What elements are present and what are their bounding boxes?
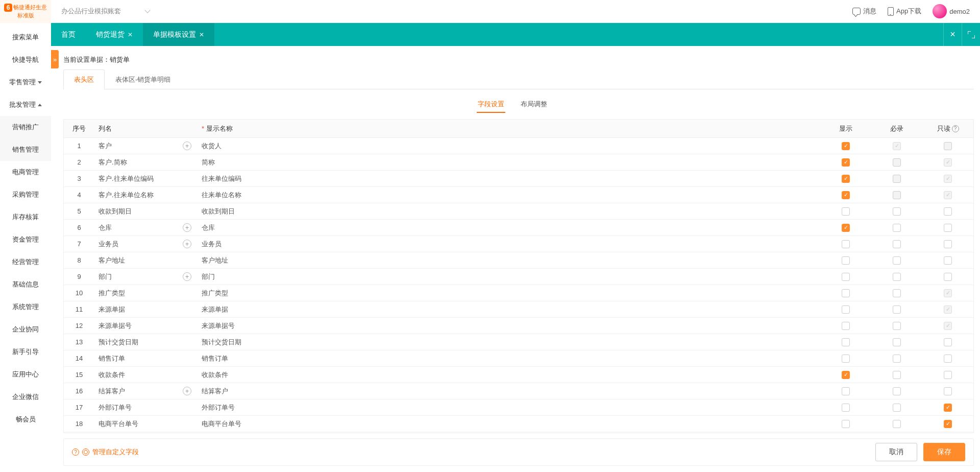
checkbox[interactable] [842,404,850,412]
checkbox[interactable] [893,305,901,314]
checkbox[interactable] [944,355,952,363]
sidebar-item[interactable]: 销售管理 [0,138,51,161]
checkbox[interactable]: ✓ [842,175,850,183]
checkbox[interactable] [944,207,952,216]
display-name-cell[interactable]: 客户地址 [197,256,820,265]
display-name-cell[interactable]: 收款条件 [197,370,820,380]
checkbox[interactable] [944,240,952,248]
sidebar-item[interactable]: 经营管理 [0,251,51,273]
checkbox[interactable] [944,224,952,232]
expand-button[interactable]: + [183,240,191,248]
checkbox[interactable] [842,305,850,314]
messages-button[interactable]: 消息 [852,7,876,16]
checkbox[interactable] [842,289,850,297]
checkbox[interactable] [842,420,850,428]
checkbox[interactable]: ✓ [944,404,952,412]
checkbox[interactable]: ✓ [842,191,850,199]
checkbox[interactable] [893,355,901,363]
checkbox[interactable] [893,322,901,330]
display-name-cell[interactable]: 仓库 [197,223,820,232]
checkbox[interactable] [944,338,952,346]
sidebar-item[interactable]: 新手引导 [0,341,51,363]
fullscreen-button[interactable] [962,23,980,46]
sidebar-item[interactable]: 营销推广 [0,116,51,138]
display-name-cell[interactable]: 销售订单 [197,354,820,363]
close-icon[interactable]: ✕ [128,31,133,38]
sidebar-item[interactable]: 企业协同 [0,318,51,341]
help-icon[interactable]: ? [952,125,959,132]
checkbox[interactable] [893,224,901,232]
checkbox[interactable] [893,273,901,281]
sidebar-item[interactable]: 批发管理 [0,93,51,116]
checkbox[interactable]: ✓ [842,142,850,150]
expand-button[interactable]: + [183,141,191,150]
sidebar-item[interactable]: 企业微信 [0,386,51,408]
sidebar-item[interactable]: 电商管理 [0,161,51,183]
sidebar-item[interactable]: 畅会员 [0,408,51,431]
expand-button[interactable]: + [183,387,191,395]
sub-tab[interactable]: 字段设置 [477,97,505,113]
checkbox[interactable] [893,256,901,265]
display-name-cell[interactable]: 电商平台单号 [197,419,820,429]
expand-handle[interactable]: » [51,50,59,68]
sidebar-item[interactable]: 应用中心 [0,363,51,386]
checkbox[interactable] [842,273,850,281]
checkbox[interactable] [893,338,901,346]
expand-button[interactable]: + [183,272,191,281]
display-name-cell[interactable]: 预计交货日期 [197,338,820,347]
tab[interactable]: 销货退货✕ [86,23,143,46]
checkbox[interactable]: ✓ [944,420,952,428]
app-download-button[interactable]: App下载 [888,7,921,16]
checkbox[interactable] [944,371,952,379]
close-all-tabs-button[interactable]: × [943,23,962,46]
checkbox[interactable] [842,338,850,346]
checkbox[interactable] [944,387,952,395]
sidebar-item[interactable]: 搜索菜单 [0,26,51,49]
checkbox[interactable] [842,207,850,216]
tab[interactable]: 单据模板设置✕ [143,23,214,46]
checkbox[interactable]: ✓ [842,224,850,232]
checkbox[interactable] [842,322,850,330]
display-name-cell[interactable]: 简称 [197,158,820,167]
user-menu[interactable]: demo2 [933,4,970,18]
checkbox[interactable] [842,240,850,248]
save-button[interactable]: 保存 [923,443,965,461]
org-selector[interactable]: 办公品行业模拟账套 [61,7,150,16]
display-name-cell[interactable]: 往来单位编码 [197,174,820,183]
sidebar-item[interactable]: 系统管理 [0,296,51,318]
close-icon[interactable]: ✕ [199,31,204,38]
checkbox[interactable]: ✓ [842,371,850,379]
sidebar-item[interactable]: 资金管理 [0,228,51,251]
display-name-cell[interactable]: 收货人 [197,141,820,151]
cancel-button[interactable]: 取消 [875,443,917,461]
checkbox[interactable] [893,371,901,379]
display-name-cell[interactable]: 推广类型 [197,289,820,298]
sidebar-item[interactable]: 采购管理 [0,183,51,206]
display-name-cell[interactable]: 来源单据号 [197,321,820,331]
display-name-cell[interactable]: 收款到期日 [197,207,820,216]
checkbox[interactable]: ✓ [842,158,850,167]
tab[interactable]: 首页 [51,23,86,46]
checkbox[interactable] [842,387,850,395]
inner-tab[interactable]: 表体区-销货单明细 [105,69,181,89]
expand-button[interactable]: + [183,223,191,232]
sidebar-item[interactable]: 快捷导航 [0,49,51,71]
display-name-cell[interactable]: 往来单位名称 [197,191,820,200]
sidebar-item[interactable]: 基础信息 [0,273,51,296]
manage-custom-fields-link[interactable]: ? 管理自定义字段 [72,447,139,457]
checkbox[interactable] [893,387,901,395]
checkbox[interactable] [944,256,952,265]
display-name-cell[interactable]: 结算客户 [197,387,820,396]
display-name-cell[interactable]: 业务员 [197,240,820,249]
checkbox[interactable] [842,256,850,265]
sidebar-item[interactable]: 零售管理 [0,71,51,93]
checkbox[interactable] [893,207,901,216]
checkbox[interactable] [893,289,901,297]
inner-tab[interactable]: 表头区 [63,69,105,89]
sidebar-item[interactable]: 库存核算 [0,206,51,228]
checkbox[interactable] [842,355,850,363]
display-name-cell[interactable]: 部门 [197,272,820,281]
checkbox[interactable] [944,273,952,281]
checkbox[interactable] [893,420,901,428]
display-name-cell[interactable]: 外部订单号 [197,403,820,412]
